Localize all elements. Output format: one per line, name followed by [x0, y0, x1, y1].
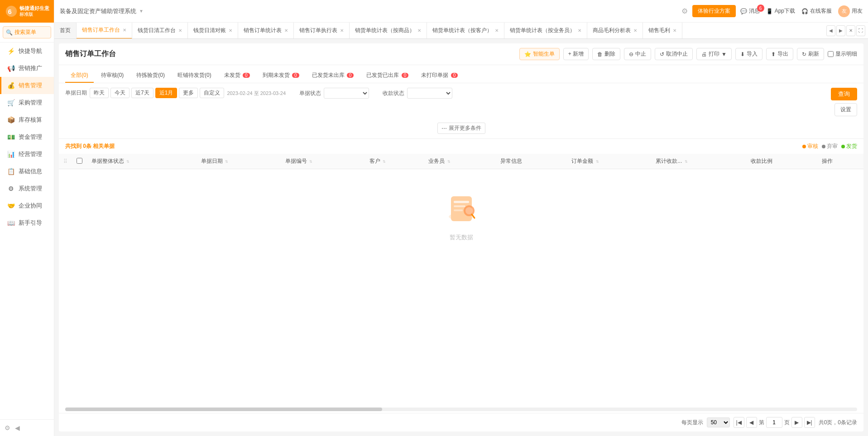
query-button[interactable]: 查询 — [831, 88, 857, 100]
tab-cash-reconciliation[interactable]: 钱货日清对账 ✕ — [188, 23, 238, 39]
subtab-pending-review[interactable]: 待审核(0) — [96, 69, 129, 83]
status-filter-select[interactable] — [324, 88, 369, 99]
sidebar-item-quicknav[interactable]: ⚡ 快捷导航 — [0, 43, 54, 60]
sidebar-item-system[interactable]: ⚙ 系统管理 — [0, 180, 54, 197]
ship-quick-action[interactable]: 发货 — [841, 142, 857, 150]
review-quick-action[interactable]: 审核 — [802, 142, 818, 150]
th-amount[interactable]: 订单金额 ⇅ — [567, 154, 651, 169]
tab-goods-stats-customer-close[interactable]: ✕ — [495, 28, 499, 33]
sidebar-item-sales[interactable]: 💰 销售管理 — [0, 77, 54, 94]
date-btn-more[interactable]: 更多 — [179, 88, 198, 98]
date-btn-today[interactable]: 今天 — [110, 88, 129, 98]
subtab-all[interactable]: 全部(0) — [65, 69, 94, 83]
date-btn-yesterday[interactable]: 昨天 — [90, 88, 109, 98]
select-all-checkbox[interactable] — [77, 158, 82, 164]
tab-sales-execution[interactable]: 销售订单执行表 ✕ — [294, 23, 350, 39]
tab-goods-stats-product-close[interactable]: ✕ — [417, 28, 421, 33]
tab-sales-gross[interactable]: 销售毛利 ✕ — [643, 23, 682, 39]
first-page-btn[interactable]: |◀ — [734, 417, 744, 428]
add-button[interactable]: + 新增 — [563, 48, 589, 60]
tab-cash-reconciliation-close[interactable]: ✕ — [229, 28, 232, 33]
tab-close-all[interactable]: ✕ — [846, 25, 855, 36]
topbar-online-service[interactable]: 🎧 在线客服 — [801, 7, 832, 15]
topbar-app-download[interactable]: 📱 App下载 — [766, 7, 795, 15]
tab-home[interactable]: 首页 — [54, 23, 77, 39]
scrollbar-thumb[interactable] — [65, 408, 382, 411]
refresh-button[interactable]: ↻ 刷新 — [797, 48, 824, 60]
data-table: ⠿ 单据整体状态 ⇅ 单据日期 ⇅ — [59, 154, 863, 406]
date-btn-1month[interactable]: 近1月 — [155, 88, 177, 98]
date-btn-7days[interactable]: 近7天 — [131, 88, 153, 98]
tab-gross-profit[interactable]: 商品毛利分析表 ✕ — [587, 23, 643, 39]
search-menu-button[interactable]: 🔍 搜索菜单 — [3, 26, 51, 38]
tab-gross-profit-close[interactable]: ✕ — [633, 28, 637, 33]
subtab-wangpu-pending[interactable]: 旺铺待发货(0) — [172, 69, 217, 83]
print-button[interactable]: 🖨 打印 ▼ — [696, 48, 732, 60]
tab-scroll-left[interactable]: ◀ — [826, 25, 835, 36]
subtab-unprinted[interactable]: 未打印单据 0 — [416, 69, 463, 83]
tab-cash-clearing[interactable]: 钱货日清工作台 ✕ — [132, 23, 188, 39]
tab-cash-clearing-close[interactable]: ✕ — [178, 28, 182, 33]
sidebar-item-finance[interactable]: 💵 资金管理 — [0, 128, 54, 146]
setting-button[interactable]: 设置 — [834, 103, 857, 116]
th-collected[interactable]: 累计收款... ⇅ — [651, 154, 746, 169]
subtab-unshipped[interactable]: 未发货 0 — [219, 69, 255, 83]
prev-page-btn[interactable]: ◀ — [746, 417, 757, 428]
sidebar-item-operations[interactable]: 📊 经营管理 — [0, 146, 54, 163]
subtab-overdue-unshipped[interactable]: 到期未发货 0 — [257, 69, 305, 83]
print-dropdown-icon[interactable]: ▼ — [721, 51, 727, 57]
tab-sales-workbench-close[interactable]: ✕ — [123, 28, 126, 33]
tab-sales-workbench[interactable]: 销售订单工作台 ✕ — [77, 23, 132, 39]
topbar-settings-icon[interactable]: ⚙ — [681, 7, 688, 15]
settings-footer-icon[interactable]: ⚙ — [5, 424, 10, 431]
show-detail-checkbox-label[interactable]: 显示明细 — [828, 50, 857, 58]
next-page-btn[interactable]: ▶ — [791, 417, 802, 428]
sidebar-item-guide[interactable]: 📖 新手引导 — [0, 214, 54, 232]
tab-goods-stats-product[interactable]: 销货单统计表（按商品） ✕ — [350, 23, 427, 39]
sidebar-item-inventory[interactable]: 📦 库存核算 — [0, 111, 54, 128]
export-button[interactable]: ⬆ 导出 — [766, 48, 793, 60]
th-status[interactable]: 单据整体状态 ⇅ — [87, 154, 197, 169]
th-staff[interactable]: 业务员 ⇅ — [424, 154, 495, 169]
topbar-user[interactable]: 友 用友 — [838, 5, 863, 17]
tab-sales-stats-close[interactable]: ✕ — [284, 28, 288, 33]
smart-gen-button[interactable]: ⭐ 智能生单 — [519, 48, 560, 60]
subtab-shipped-out[interactable]: 已发货已出库 0 — [361, 69, 414, 83]
cancel-review-quick-action[interactable]: 弃审 — [822, 142, 838, 150]
suspend-button[interactable]: ⊖ 中止 — [624, 48, 651, 60]
tab-sales-stats[interactable]: 销售订单统计表 ✕ — [238, 23, 294, 39]
tab-goods-stats-customer[interactable]: 销货单统计表（按客户） ✕ — [427, 23, 504, 39]
tab-sales-execution-close[interactable]: ✕ — [340, 28, 344, 33]
import-button[interactable]: ⬇ 导入 — [735, 48, 762, 60]
payment-filter-select[interactable] — [407, 88, 452, 99]
cancel-suspend-button[interactable]: ↺ 取消中止 — [655, 48, 693, 60]
tab-maximize[interactable]: ⛶ — [856, 25, 865, 36]
subtab-shipped-not-out[interactable]: 已发货未出库 0 — [307, 69, 360, 83]
th-number[interactable]: 单据编号 ⇅ — [281, 154, 365, 169]
th-date[interactable]: 单据日期 ⇅ — [197, 154, 281, 169]
delete-button[interactable]: 🗑 删除 — [592, 48, 620, 60]
industry-btn[interactable]: 体验行业方案 — [692, 5, 736, 17]
tab-scroll-right[interactable]: ▶ — [836, 25, 845, 36]
tab-sales-gross-close[interactable]: ✕ — [673, 28, 676, 33]
show-detail-checkbox[interactable] — [828, 51, 834, 57]
expand-filter-button[interactable]: ⋯ 展开更多条件 — [437, 123, 485, 134]
system-dropdown-icon[interactable]: ▼ — [139, 9, 144, 14]
page-number-input[interactable] — [766, 417, 782, 428]
tab-goods-stats-staff-close[interactable]: ✕ — [578, 28, 581, 33]
sidebar-item-basic-info[interactable]: 📋 基础信息 — [0, 163, 54, 180]
topbar-messages[interactable]: 💬 6 消息 — [740, 7, 760, 15]
date-btn-custom[interactable]: 自定义 — [200, 88, 224, 98]
page-size-select[interactable]: 20 50 100 — [707, 417, 730, 427]
th-customer[interactable]: 客户 ⇅ — [365, 154, 424, 169]
th-check[interactable] — [72, 154, 87, 169]
subtab-pending-inspection[interactable]: 待拣验货(0) — [131, 69, 170, 83]
horizontal-scrollbar[interactable] — [65, 408, 857, 411]
tab-goods-stats-staff[interactable]: 销货单统计表（按业务员） ✕ — [504, 23, 587, 39]
sidebar-search[interactable]: 🔍 搜索菜单 — [0, 23, 54, 43]
sidebar-item-enterprise[interactable]: 🤝 企业协同 — [0, 197, 54, 214]
sidebar-item-marketing[interactable]: 📢 营销推广 — [0, 60, 54, 77]
sidebar-item-purchase[interactable]: 🛒 采购管理 — [0, 94, 54, 111]
last-page-btn[interactable]: ▶| — [804, 417, 815, 428]
collapse-sidebar-icon[interactable]: ◀ — [15, 424, 20, 431]
